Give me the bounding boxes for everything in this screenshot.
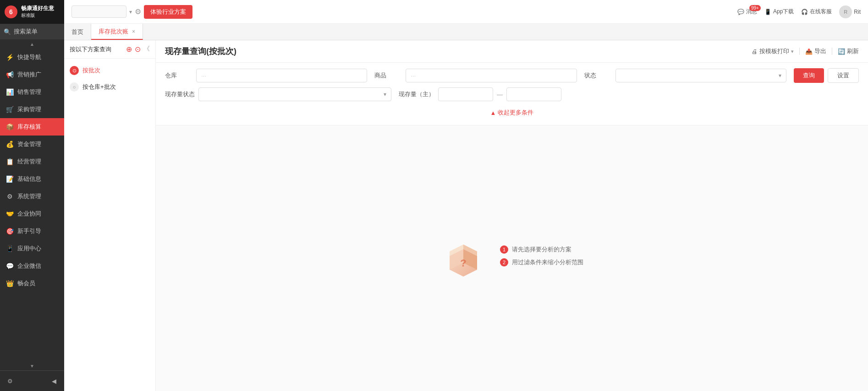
sidebar-item-system[interactable]: ⚙ 系统管理 [0,188,64,205]
sidebar-label-new-guide: 新手引导 [17,227,41,235]
message-badge: 99+ [749,5,761,11]
sidebar-item-inventory[interactable]: 📦 库存核算 [0,118,64,136]
trial-btn[interactable]: 体验行业方案 [144,5,192,19]
filter-stock-status: 现存量状态 ▾ [165,87,391,101]
sidebar-label-finance: 资金管理 [17,140,41,148]
print-chevron-icon[interactable]: ▾ [791,49,794,54]
sidebar-search-label: 搜索菜单 [14,27,38,36]
stock-main-label: 现存量（主） [399,90,434,98]
online-service-btn[interactable]: 🎧 在线客服 [801,8,832,16]
sidebar-item-enterprise-wechat[interactable]: 💬 企业微信 [0,257,64,275]
plan-settings-btn[interactable]: ⊙ [135,45,141,54]
settings-btn[interactable]: 设置 [828,68,859,83]
refresh-btn[interactable]: 🔄 刷新 [838,47,859,55]
collapse-up-icon: ▲ [490,109,496,116]
collapse-more-btn[interactable]: ▲ 收起更多条件 [165,106,859,119]
sales-icon: 📊 [5,88,14,96]
main-area: ▾ ⚙ 体验行业方案 💬 消息 99+ 📱 App下载 🎧 在线客服 R [64,0,868,391]
search-placeholder [76,8,98,16]
sidebar-item-app-center[interactable]: 📱 应用中心 [0,240,64,257]
marketing-icon: 📢 [5,71,14,79]
status-chevron-icon: ▾ [779,72,781,79]
stock-main-from[interactable] [438,87,493,101]
app-name: 畅康通好生意 [21,5,54,12]
stock-status-label: 现存量状态 [165,90,195,98]
filter-action-btns: 查询 设置 [794,68,859,83]
empty-tips: 1 请先选择要分析的方案 2 用过滤条件来缩小分析范围 [500,245,583,271]
tab-close-icon[interactable]: × [132,28,135,35]
left-panel-actions: ⊕ ⊙ 《 [126,45,150,54]
sidebar-item-quick-nav[interactable]: ⚡ 快捷导航 [0,49,64,66]
search-icon: 🔍 [4,28,11,35]
avatar-initials: R [844,9,847,15]
sidebar-scroll-up[interactable]: ▲ [0,39,64,49]
left-panel-title: 按以下方案查询 [70,45,111,54]
svg-text:?: ? [460,257,466,269]
add-plan-btn[interactable]: ⊕ [126,45,132,54]
topbar: ▾ ⚙ 体验行业方案 💬 消息 99+ 📱 App下载 🎧 在线客服 R [64,0,868,24]
left-panel-header: 按以下方案查询 ⊕ ⊙ 《 [64,40,155,59]
messages-btn[interactable]: 💬 消息 99+ [737,8,757,16]
product-input[interactable]: ··· [406,69,577,82]
sidebar-item-enterprise[interactable]: 🤝 企业协同 [0,205,64,223]
sidebar-item-basics[interactable]: 📝 基础信息 [0,170,64,188]
topbar-chevron-icon[interactable]: ▾ [129,9,132,15]
plan-item-warehouse-batch[interactable]: ○ 按仓库+批次 [64,79,155,95]
sidebar-scroll-down[interactable]: ▼ [0,361,64,370]
sidebar-label-quick-nav: 快捷导航 [17,53,41,61]
stock-main-dash: — [497,91,503,98]
app-edition: 标准版 [21,12,54,19]
topbar-settings-icon[interactable]: ⚙ [135,7,141,16]
tabs-bar: 首页 库存批次账 × [64,24,868,40]
sidebar-collapse-btn[interactable]: ◀ [48,375,60,387]
sidebar-item-operations[interactable]: 📋 经营管理 [0,153,64,170]
status-select[interactable]: ▾ [615,69,786,82]
topbar-search-box[interactable] [71,5,126,18]
sidebar-item-new-guide[interactable]: 🎯 新手引导 [0,223,64,240]
sidebar-label-enterprise-wechat: 企业微信 [17,262,41,270]
sidebar-footer-settings[interactable]: ⚙ [4,375,16,387]
app-download-btn[interactable]: 📱 App下载 [764,8,794,16]
content-area: 按以下方案查询 ⊕ ⊙ 《 ⊙ 按批次 ○ 按 [64,40,868,391]
sidebar-item-purchase[interactable]: 🛒 采购管理 [0,101,64,118]
product-label: 商品 [374,71,402,80]
sidebar-search[interactable]: 🔍 搜索菜单 [0,24,64,39]
stock-status-select[interactable]: ▾ [198,87,391,101]
product-dots: ··· [411,72,416,79]
print-btn[interactable]: 🖨 按模板打印 ▾ [752,47,794,55]
plan-label-warehouse-batch: 按仓库+批次 [82,83,116,91]
sidebar-item-sales[interactable]: 📊 销售管理 [0,83,64,101]
page-title: 现存量查询(按批次) [165,46,236,57]
tab-home[interactable]: 首页 [64,24,91,40]
right-panel: 现存量查询(按批次) 🖨 按模板打印 ▾ 📤 导出 🔄 [156,40,868,391]
message-icon: 💬 [737,9,744,15]
tab-inventory-batch[interactable]: 库存批次账 × [91,24,143,40]
panel-collapse-btn[interactable]: 《 [143,45,150,54]
print-icon: 🖨 [752,48,758,55]
filter-row-2: 现存量状态 ▾ 现存量（主） — [165,87,859,101]
filter-row-1: 仓库 ··· 商品 ··· 状态 [165,68,859,83]
system-icon: ⚙ [5,192,14,201]
print-label: 按模板打印 [759,47,789,55]
stock-main-to[interactable] [506,87,561,101]
export-icon: 📤 [805,48,813,55]
headset-icon: 🎧 [801,9,808,15]
basics-icon: 📝 [5,175,14,183]
tab-inventory-batch-label: 库存批次账 [99,27,128,36]
sidebar-item-member[interactable]: 👑 畅会员 [0,275,64,292]
avatar: R [839,5,852,18]
collapse-more-label: 收起更多条件 [498,109,533,117]
user-avatar-area[interactable]: R Rit [839,5,861,18]
sidebar-label-app-center: 应用中心 [17,244,41,253]
warehouse-input[interactable]: ··· [196,69,367,82]
page-header-actions: 🖨 按模板打印 ▾ 📤 导出 🔄 刷新 [752,47,859,55]
query-btn[interactable]: 查询 [794,68,824,83]
plan-item-batch[interactable]: ⊙ 按批次 [64,62,155,79]
sidebar-item-marketing[interactable]: 📢 营销推广 [0,66,64,83]
sidebar-label-sales: 销售管理 [17,88,41,96]
enterprise-icon: 🤝 [5,210,14,218]
divider-1 [799,48,800,55]
export-btn[interactable]: 📤 导出 [805,47,826,55]
sidebar-item-finance[interactable]: 💰 资金管理 [0,136,64,153]
user-name: Rit [854,9,861,15]
